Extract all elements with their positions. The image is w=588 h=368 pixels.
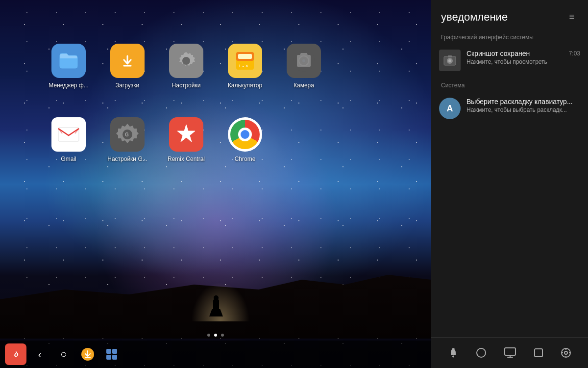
screenshot-notif-icon (439, 50, 461, 71)
svg-point-35 (564, 351, 567, 354)
apps-grid-icon (105, 348, 118, 361)
chrome-icon (228, 117, 262, 152)
screenshot-notif-time: 7:03 (569, 50, 580, 57)
svg-rect-26 (448, 55, 452, 57)
chrome-label: Chrome (235, 156, 256, 162)
download-active-button[interactable] (77, 343, 98, 365)
person-silhouette (213, 299, 219, 316)
svg-rect-20 (112, 349, 117, 354)
svg-point-27 (452, 356, 454, 358)
remix-icon (169, 117, 203, 152)
screenshot-notif-title: Скриншот сохранен (466, 50, 530, 57)
svg-rect-33 (535, 349, 542, 357)
keyboard-notif-title-row: Выберите раскладку клавиатур... (466, 98, 580, 105)
back-button[interactable]: ‹ (29, 343, 50, 365)
svg-point-29 (477, 348, 486, 357)
app-icon-gmail[interactable]: Gmail (39, 103, 98, 177)
gmail-icon (51, 117, 86, 152)
camera-icon (287, 44, 321, 78)
app-icon-chrome[interactable]: Chrome (216, 103, 274, 177)
svg-rect-30 (505, 348, 515, 355)
downloads-icon (110, 44, 145, 78)
app-icon-calculator[interactable]: + - × ÷ Калькулятор (216, 29, 274, 103)
download-active-icon (81, 347, 95, 361)
keyboard-notif-title: Выберите раскладку клавиатур... (466, 98, 573, 105)
chrome-inner-circle (238, 128, 252, 141)
notif-section-label-system: Система (431, 77, 588, 92)
app-icon-settings-g[interactable]: G Настройки G... (98, 103, 157, 177)
notif-monitor-button[interactable] (500, 343, 520, 362)
screenshot-notif-content: Скриншот сохранен 7:03 Нажмите, чтобы пр… (466, 50, 580, 65)
settings-icon (169, 44, 203, 78)
taskbar: ꝺ ‹ ○ (0, 341, 431, 368)
settings-g-icon: G (110, 117, 145, 152)
app-grid: Менеджер ф... Загрузки Настройки (39, 29, 333, 177)
page-dot-2[interactable] (214, 334, 217, 337)
notif-bottom-bar (431, 337, 588, 368)
svg-rect-19 (106, 349, 111, 354)
svg-rect-6 (238, 54, 252, 59)
svg-text:G: G (125, 132, 129, 137)
app-icon-settings[interactable]: Настройки (157, 29, 216, 103)
notif-square-button[interactable] (530, 344, 547, 362)
svg-point-25 (448, 59, 451, 62)
settings-g-label: Настройки G... (107, 156, 147, 162)
chrome-outer-ring (230, 120, 260, 149)
svg-text:+ - × ÷: + - × ÷ (238, 63, 252, 69)
camera-label: Камера (294, 82, 314, 89)
app-icon-camera[interactable]: Камера (274, 29, 333, 103)
notification-title: уведомление (441, 11, 508, 24)
app-icon-downloads[interactable]: Загрузки (98, 29, 157, 103)
page-dot-3[interactable] (221, 334, 224, 337)
home-button[interactable]: ○ (53, 343, 74, 365)
downloads-label: Загрузки (116, 82, 139, 89)
page-dot-1[interactable] (207, 334, 210, 337)
gmail-label: Gmail (61, 156, 76, 162)
settings-label: Настройки (172, 82, 201, 89)
files-label: Менеджер ф... (49, 82, 88, 89)
remix-taskbar-button[interactable]: ꝺ (5, 343, 26, 365)
notification-panel: уведомление ≡ Графический интерфейс сист… (431, 0, 588, 368)
calculator-icon: + - × ÷ (228, 44, 262, 78)
app-icon-remix[interactable]: Remix Central (157, 103, 216, 177)
remix-taskbar-icon: ꝺ (14, 350, 18, 359)
keyboard-icon-letter: A (447, 104, 453, 114)
keyboard-notif-body: Нажмите, чтобы выбрать раскладк... (466, 106, 580, 113)
taskbar-left: ꝺ ‹ ○ (5, 343, 122, 365)
svg-point-3 (182, 57, 190, 65)
notif-section-label-system-ui: Графический интерфейс системы (431, 29, 588, 44)
notif-circle-button[interactable] (472, 343, 490, 362)
notification-menu-button[interactable]: ≡ (565, 10, 578, 24)
notif-item-screenshot[interactable]: Скриншот сохранен 7:03 Нажмите, чтобы пр… (431, 44, 588, 77)
remix-label: Remix Central (168, 156, 205, 162)
page-dots (0, 334, 431, 337)
svg-rect-22 (112, 355, 117, 360)
files-icon (51, 44, 86, 78)
notif-bell-button[interactable] (444, 343, 463, 362)
desktop: Менеджер ф... Загрузки Настройки (0, 0, 431, 368)
apps-button[interactable] (101, 343, 122, 365)
screenshot-notif-title-row: Скриншот сохранен 7:03 (466, 50, 580, 57)
app-icon-files[interactable]: Менеджер ф... (39, 29, 98, 103)
svg-rect-21 (106, 355, 111, 360)
notif-settings-circle-button[interactable] (557, 343, 575, 362)
home-icon: ○ (60, 348, 67, 361)
keyboard-notif-content: Выберите раскладку клавиатур... Нажмите,… (466, 98, 580, 113)
back-icon: ‹ (38, 349, 42, 360)
calculator-label: Калькулятор (228, 82, 262, 89)
notification-header: уведомление ≡ (431, 0, 588, 29)
keyboard-notif-icon: A (439, 98, 461, 119)
notif-item-keyboard[interactable]: A Выберите раскладку клавиатур... Нажмит… (431, 92, 588, 125)
screenshot-notif-body: Нажмите, чтобы просмотреть (466, 58, 580, 65)
